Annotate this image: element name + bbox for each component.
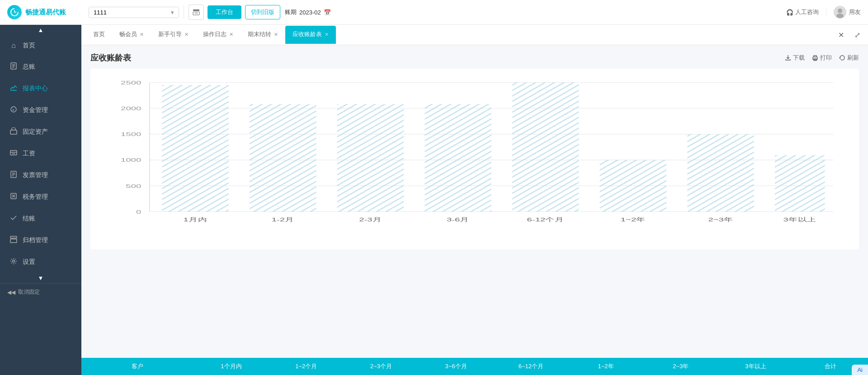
svg-point-26	[13, 260, 15, 262]
settings-icon	[9, 258, 18, 267]
sidebar-item-label: 税务管理	[23, 193, 48, 201]
sidebar-item-ledger[interactable]: 总账	[0, 56, 81, 78]
reports-icon	[9, 84, 18, 93]
sidebar-item-label: 报表中心	[23, 84, 48, 93]
page-content: 应收账龄表 下载	[81, 45, 868, 358]
tab-expand-button[interactable]: ⤢	[851, 28, 863, 41]
chart-container: 0 500 1000 1500 2000 2500	[90, 69, 859, 249]
tab-operation-log[interactable]: 操作日志 ✕	[196, 26, 241, 44]
cancel-fixed-button[interactable]: ◀◀ 取消固定	[0, 283, 81, 300]
refresh-icon	[839, 55, 845, 61]
tab-home[interactable]: 首页	[86, 26, 112, 44]
sidebar-scroll-down[interactable]: ▼	[0, 273, 81, 283]
tab-close-aging-report[interactable]: ✕	[325, 32, 329, 38]
page-actions: 下载 打印	[785, 54, 859, 62]
workbench-button[interactable]: 工作台	[208, 5, 241, 19]
company-name: 1111	[94, 9, 107, 16]
svg-text:2000: 2000	[121, 105, 141, 111]
sidebar-item-tax[interactable]: 税务管理	[0, 186, 81, 208]
page-title: 应收账龄表	[90, 52, 131, 63]
sidebar-item-reports[interactable]: 报表中心	[0, 78, 81, 99]
tab-close-all-button[interactable]: ✕	[835, 28, 847, 41]
logo-icon	[7, 5, 22, 19]
svg-rect-46	[425, 104, 491, 211]
svg-text:1-2月: 1-2月	[272, 216, 294, 222]
cancel-fixed-label: 取消固定	[18, 288, 40, 296]
svg-rect-49	[687, 134, 754, 212]
svg-rect-47	[512, 83, 579, 212]
sidebar-item-label: 工资	[23, 150, 35, 158]
period-display: 账期 2023-02 📅	[285, 8, 331, 16]
print-button[interactable]: 打印	[812, 54, 832, 62]
table-col-2-3y: 2~3年	[643, 362, 718, 370]
header-user-divider	[826, 8, 826, 17]
sidebar-item-home[interactable]: ⌂ 首页	[0, 35, 81, 56]
archive-button[interactable]	[189, 5, 204, 20]
chevron-down-icon: ▾	[171, 9, 174, 16]
sidebar-item-invoice[interactable]: 发票管理	[0, 164, 81, 186]
svg-rect-25	[10, 239, 17, 243]
tab-label: 新手引导	[158, 30, 182, 38]
calendar-icon[interactable]: 📅	[324, 9, 331, 16]
header-divider-1	[184, 6, 184, 19]
sidebar-item-settings[interactable]: 设置	[0, 251, 81, 273]
refresh-button[interactable]: 刷新	[839, 54, 859, 62]
tab-member[interactable]: 畅会员 ✕	[112, 26, 151, 44]
svg-text:0: 0	[136, 209, 141, 215]
table-col-1-2m: 1~2个月	[269, 362, 344, 370]
sidebar-item-archive[interactable]: 归档管理	[0, 230, 81, 251]
svg-rect-13	[10, 130, 17, 134]
ai-label[interactable]: Ai	[852, 365, 868, 375]
table-col-3y-plus: 3年以上	[718, 362, 793, 370]
svg-text:1500: 1500	[121, 131, 141, 137]
tab-aging-report[interactable]: 应收账龄表 ✕	[285, 26, 336, 44]
tab-close-member[interactable]: ✕	[140, 32, 144, 38]
svg-text:3-6月: 3-6月	[447, 216, 469, 222]
tab-label: 应收账龄表	[292, 30, 322, 38]
tab-bar-actions: ✕ ⤢	[835, 28, 863, 41]
table-col-6-12m: 6~12个月	[493, 362, 568, 370]
logo-text: 畅捷通易代账	[25, 8, 66, 17]
period-value: 2023-02	[299, 9, 321, 16]
tab-close-operation-log[interactable]: ✕	[229, 32, 233, 38]
tab-close-period-end[interactable]: ✕	[274, 32, 278, 38]
sidebar-item-salary[interactable]: 工资	[0, 143, 81, 164]
svg-point-5	[836, 14, 844, 18]
user-menu[interactable]: 用友	[834, 6, 861, 19]
sidebar-item-label: 总账	[23, 63, 35, 71]
tab-close-guide[interactable]: ✕	[184, 32, 189, 38]
consult-button[interactable]: 🎧 人工咨询	[786, 8, 819, 16]
consult-label: 人工咨询	[795, 8, 819, 16]
main-layout: ▲ ⌂ 首页 总账 报表中心	[0, 25, 868, 375]
page-header: 应收账龄表 下载	[90, 52, 859, 63]
header-right: 🎧 人工咨询 用友	[786, 6, 861, 19]
svg-rect-43	[162, 85, 229, 212]
sidebar-item-label: 发票管理	[23, 171, 48, 179]
headphone-icon: 🎧	[786, 9, 793, 16]
chart-wrapper: 0 500 1000 1500 2000 2500	[99, 78, 850, 240]
switch-version-button[interactable]: 切到旧版	[245, 5, 280, 19]
sidebar-item-checkout[interactable]: 结账	[0, 208, 81, 230]
download-button[interactable]: 下载	[785, 54, 805, 62]
tab-bar: 首页 畅会员 ✕ 新手引导 ✕ 操作日志 ✕ 期末结转 ✕ 应收账龄表 ✕	[81, 25, 868, 45]
tab-period-end[interactable]: 期末结转 ✕	[241, 26, 285, 44]
svg-text:500: 500	[126, 183, 141, 189]
tab-label: 期末结转	[248, 30, 271, 38]
tab-guide[interactable]: 新手引导 ✕	[151, 26, 196, 44]
svg-text:1~2年: 1~2年	[621, 216, 646, 222]
sidebar-item-assets[interactable]: 固定资产	[0, 121, 81, 143]
svg-text:1月内: 1月内	[184, 216, 208, 222]
svg-text:1000: 1000	[121, 157, 141, 163]
table-col-1-2y: 1~2年	[568, 362, 643, 370]
tab-label: 操作日志	[203, 30, 226, 38]
bar-chart: 0 500 1000 1500 2000 2500	[99, 78, 850, 240]
svg-rect-24	[10, 236, 17, 238]
home-icon: ⌂	[9, 42, 18, 50]
sidebar-item-funds[interactable]: ¥ 资金管理	[0, 99, 81, 121]
avatar	[834, 6, 846, 19]
archive-nav-icon	[9, 236, 18, 245]
refresh-label: 刷新	[847, 54, 859, 62]
sidebar-scroll-up[interactable]: ▲	[0, 25, 81, 35]
cancel-fixed-icon: ◀◀	[7, 289, 15, 295]
company-selector[interactable]: 1111 ▾	[89, 7, 179, 18]
